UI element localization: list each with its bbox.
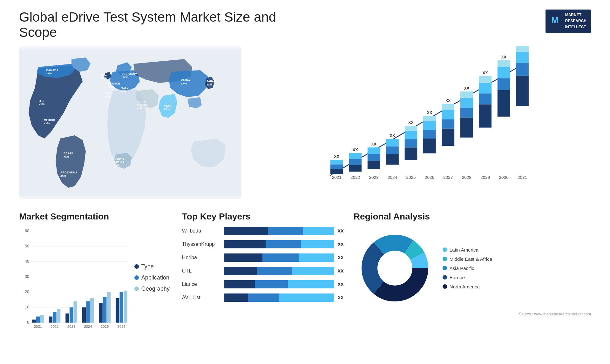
regional-section: Regional Analysis <box>354 212 591 345</box>
logo-area: M MARKET RESEARCH INTELLECT <box>546 10 591 33</box>
svg-text:XX: XX <box>408 120 414 125</box>
player-row-horiba: Horiba XX <box>182 253 347 262</box>
svg-text:MEXICO: MEXICO <box>44 118 55 122</box>
svg-rect-70 <box>442 119 455 129</box>
svg-text:xx%: xx% <box>121 90 126 93</box>
svg-text:U.K.: U.K. <box>101 73 107 76</box>
svg-text:ITALY: ITALY <box>121 87 129 90</box>
svg-text:2029: 2029 <box>480 175 490 180</box>
player-bar-horiba <box>224 253 334 262</box>
svg-rect-93 <box>516 76 529 106</box>
legend-geography-dot <box>134 286 139 291</box>
svg-text:U.S.: U.S. <box>39 99 44 103</box>
player-bar-ctl <box>224 267 334 275</box>
svg-rect-42 <box>349 165 362 172</box>
svg-text:xx%: xx% <box>101 76 107 79</box>
svg-text:JAPAN: JAPAN <box>207 80 216 83</box>
svg-text:10: 10 <box>25 305 29 309</box>
svg-rect-37 <box>330 169 343 174</box>
svg-text:30: 30 <box>25 274 29 279</box>
source-text: Source : www.marketresearchintellect.com <box>354 312 591 316</box>
svg-text:CHINA: CHINA <box>181 79 190 82</box>
svg-rect-129 <box>99 303 102 322</box>
svg-text:xx%: xx% <box>64 155 69 158</box>
svg-rect-135 <box>124 291 127 323</box>
svg-rect-94 <box>516 63 529 76</box>
svg-rect-58 <box>405 139 417 147</box>
svg-rect-60 <box>405 126 417 131</box>
svg-rect-96 <box>516 46 529 52</box>
player-bar-wibeda <box>224 227 334 235</box>
svg-text:XX: XX <box>371 142 376 146</box>
svg-rect-89 <box>498 67 510 78</box>
svg-rect-65 <box>423 121 436 130</box>
svg-rect-38 <box>330 164 343 169</box>
svg-text:2024: 2024 <box>84 325 92 328</box>
svg-rect-82 <box>479 93 491 104</box>
legend-mea: Middle East & Africa <box>443 256 492 262</box>
svg-rect-114 <box>36 317 40 323</box>
donut-chart <box>354 227 436 309</box>
svg-rect-52 <box>386 154 399 165</box>
player-row-wibeda: W-Ibeda XX <box>182 227 347 235</box>
map-container: CANADA xx% U.S. xx% MEXICO xx% BRAZIL xx… <box>19 46 241 199</box>
svg-rect-76 <box>460 108 473 118</box>
svg-text:XX: XX <box>390 133 395 138</box>
svg-text:SOUTH: SOUTH <box>114 158 124 161</box>
svg-rect-90 <box>498 60 510 67</box>
svg-text:xx%: xx% <box>207 83 212 86</box>
svg-rect-47 <box>368 161 380 169</box>
svg-rect-83 <box>479 83 491 93</box>
europe-dot <box>443 275 447 280</box>
svg-rect-81 <box>479 104 491 128</box>
svg-text:40: 40 <box>25 259 29 264</box>
svg-rect-44 <box>349 153 362 159</box>
svg-rect-131 <box>107 292 111 323</box>
legend-north-america: North America <box>443 284 492 289</box>
svg-text:2022: 2022 <box>51 325 58 328</box>
logo-icon: M <box>550 14 563 28</box>
player-bar-liance <box>224 280 334 288</box>
svg-text:xx%: xx% <box>44 122 50 125</box>
svg-text:20: 20 <box>25 290 29 294</box>
key-players-title: Top Key Players <box>182 212 347 222</box>
legend-type: Type <box>134 263 176 270</box>
player-bar-avl <box>224 293 334 302</box>
legend-asia-pacific: Asia Pacific <box>443 266 492 271</box>
svg-text:XX: XX <box>427 111 432 115</box>
regional-content: Latin America Middle East & Africa Asia … <box>354 227 591 309</box>
svg-rect-126 <box>86 301 90 323</box>
svg-text:XX: XX <box>353 148 358 152</box>
svg-text:ARGENTINA: ARGENTINA <box>60 171 78 174</box>
svg-text:SPAIN: SPAIN <box>105 91 113 95</box>
svg-rect-78 <box>460 91 473 98</box>
svg-rect-59 <box>405 131 417 139</box>
asia-pacific-dot <box>443 266 447 270</box>
svg-text:GERMANY: GERMANY <box>122 72 137 76</box>
svg-rect-130 <box>103 297 106 323</box>
svg-text:XX: XX <box>483 71 488 75</box>
legend-geography: Geography <box>134 286 176 292</box>
legend-application-dot <box>134 275 139 280</box>
bottom-section: Market Segmentation 60 50 40 30 20 10 0 <box>19 212 591 345</box>
top-section: CANADA xx% U.S. xx% MEXICO xx% BRAZIL xx… <box>19 46 591 199</box>
page: Global eDrive Test System Market Size an… <box>0 0 610 364</box>
svg-text:2021: 2021 <box>332 175 342 180</box>
svg-rect-125 <box>82 307 86 323</box>
svg-rect-39 <box>330 160 343 165</box>
svg-rect-127 <box>90 298 94 323</box>
svg-rect-113 <box>32 320 36 323</box>
svg-rect-66 <box>423 116 436 121</box>
latin-america-dot <box>443 247 447 252</box>
svg-rect-133 <box>116 298 119 323</box>
regional-title: Regional Analysis <box>354 212 591 222</box>
svg-text:2025: 2025 <box>406 175 416 180</box>
key-players-section: Top Key Players W-Ibeda XX <box>182 212 347 345</box>
svg-text:M: M <box>551 15 559 25</box>
svg-rect-57 <box>405 147 417 160</box>
svg-rect-43 <box>349 159 362 165</box>
svg-rect-69 <box>442 129 455 146</box>
svg-text:xx%: xx% <box>137 107 142 110</box>
svg-text:2030: 2030 <box>499 175 509 180</box>
svg-text:FRANCE: FRANCE <box>108 82 120 85</box>
